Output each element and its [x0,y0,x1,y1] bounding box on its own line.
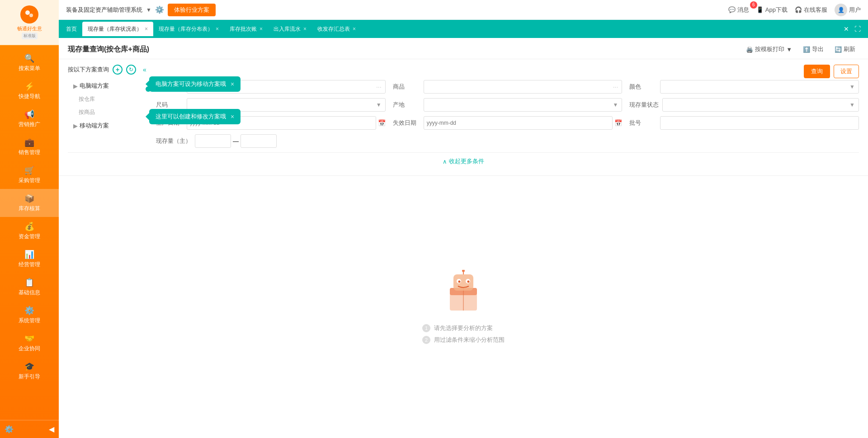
sidebar-item-sales[interactable]: 💼 销售管理 [0,133,59,161]
sales-icon: 💼 [24,137,34,147]
tab-inventory-status[interactable]: 现存量（库存状况表） × [82,22,153,36]
app-download-item[interactable]: 📱 App下载 [756,6,788,14]
empty-step-2: 2 用过滤条件来缩小分析范围 [422,336,505,344]
sidebar-item-operations[interactable]: 📊 经营管理 [0,245,59,273]
user-label: 用户 [849,6,861,14]
tab-inventory-status-close[interactable]: × [145,26,148,32]
filter-label: 按以下方案查询 [68,66,109,74]
sidebar-item-finance[interactable]: 💰 资金管理 [0,217,59,245]
refresh-button[interactable]: 🔄 刷新 [831,43,859,55]
sidebar-item-label-guide: 新手引导 [19,373,40,381]
sidebar-item-guide[interactable]: 🎓 新手引导 [0,357,59,385]
filter-dots-warehouse: ··· [376,83,382,90]
size-dropdown-icon: ▼ [376,102,382,108]
sidebar-item-basics[interactable]: 📋 基础信息 [0,273,59,301]
tab-close-all-icon[interactable]: ✕ [842,24,851,33]
tab-fullscreen-icon[interactable]: ⛶ [853,24,863,33]
tab-inout-flow[interactable]: 出入库流水 × [268,22,312,36]
filter-header: 按以下方案查询 + ↻ « [68,65,859,75]
tab-summary-close[interactable]: × [353,26,356,32]
guide-icon: 🎓 [24,362,34,372]
sidebar-item-enterprise[interactable]: 🤝 企业协同 [0,329,59,357]
production-calendar-icon[interactable]: 📅 [378,119,386,127]
sidebar-item-system[interactable]: ⚙️ 系统管理 [0,301,59,329]
sidebar-item-search[interactable]: 🔍 搜索菜单 [0,49,59,77]
stock-main-to[interactable] [241,134,277,148]
scheme-mobile-arrow: ▶ [73,122,78,129]
online-support-icon: 🎧 [795,6,802,13]
tooltip-close-1[interactable]: × [231,80,234,88]
settings-button[interactable]: 设置 [834,65,859,78]
sidebar-item-nav[interactable]: ⚡ 快捷导航 [0,77,59,105]
sidebar-item-marketing[interactable]: 📢 营销推广 [0,105,59,133]
collapse-bar[interactable]: ∧ 收起更多条件 [68,152,859,170]
tooltip-container-2: 这里可以创建和修改方案哦 × [149,109,241,124]
tab-batch-account[interactable]: 库存批次账 × [224,22,268,36]
filter-area: 按以下方案查询 + ↻ « ▶ 电脑端方案 按仓库 按商品 [59,59,868,176]
scheme-desktop-subitem2[interactable]: 按商品 [73,106,149,119]
batch-input[interactable] [660,116,859,130]
tab-inventory-status-label: 现存量（库存状况表） [88,25,142,33]
user-item[interactable]: 👤 用户 [835,4,861,16]
color-select[interactable]: ▼ [660,80,859,94]
size-label: 尺码 [156,101,183,109]
goods-select[interactable]: ··· [424,80,623,94]
print-button[interactable]: 🖨️ 按模板打印 ▼ [742,43,796,55]
inventory-icon: 📦 [24,193,34,203]
tab-bar-actions: ✕ ⛶ [842,24,866,33]
expiry-date-input[interactable] [424,116,613,130]
operations-icon: 📊 [24,250,34,259]
sidebar: 畅通好生意 标准版 🔍 搜索菜单 ⚡ 快捷导航 📢 营销推广 💼 销售管理 🛒 … [0,0,59,438]
filter-field-color: 颜色 ▼ [629,80,859,94]
sidebar-logo: 畅通好生意 标准版 [0,0,59,45]
export-button[interactable]: ⬆️ 导出 [799,43,827,55]
tab-inout-flow-label: 出入库流水 [274,25,301,33]
system-dropdown-icon[interactable]: ▼ [146,7,151,13]
page-actions: 🖨️ 按模板打印 ▼ ⬆️ 导出 🔄 刷新 [742,43,859,55]
filter-row-2: 尺码 ▼ 产地 ▼ 现存量状态 [156,98,859,112]
tab-inventory-distribution-close[interactable]: × [216,26,219,32]
header-settings-icon[interactable]: ⚙️ [155,5,164,14]
online-support-item[interactable]: 🎧 在线客服 [795,6,827,14]
sidebar-footer: ⚙️ ◀ [0,420,59,438]
settings-footer-icon[interactable]: ⚙️ [5,425,14,433]
page-area: 现存量查询(按仓库+商品) 🖨️ 按模板打印 ▼ ⬆️ 导出 🔄 刷新 [59,38,868,438]
filter-refresh-button[interactable]: ↻ [126,65,136,75]
scheme-panel: ▶ 电脑端方案 按仓库 按商品 ▶ 移动端方案 [68,79,149,132]
expiry-calendar-icon[interactable]: 📅 [614,119,622,127]
export-label: 导出 [812,45,824,53]
stock-main-from[interactable] [195,134,231,148]
origin-dropdown-icon: ▼ [613,102,618,108]
scheme-desktop-item[interactable]: ▶ 电脑端方案 [68,79,149,93]
tab-inventory-distribution[interactable]: 现存量（库存分布表） × [153,22,224,36]
messages-item[interactable]: 💬 消息 6 [728,6,749,14]
logo-text: 畅通好生意 [17,25,42,32]
tooltip-close-2[interactable]: × [231,113,234,120]
stock-status-select[interactable]: ▼ [662,98,859,112]
svg-point-11 [462,270,465,272]
filter-back-button[interactable]: « [140,65,150,75]
origin-select[interactable]: ▼ [424,98,623,112]
query-button[interactable]: 查询 [804,65,830,78]
trial-button[interactable]: 体验行业方案 [168,4,216,16]
tab-batch-account-close[interactable]: × [259,26,263,32]
collapse-sidebar-icon[interactable]: ◀ [49,425,54,433]
tab-summary[interactable]: 收发存汇总表 × [312,22,361,36]
enterprise-icon: 🤝 [24,334,34,344]
svg-point-9 [467,281,470,283]
goods-label: 商品 [393,83,420,91]
collapse-up-icon: ∧ [443,158,447,165]
sidebar-item-label-basics: 基础信息 [19,289,40,297]
stock-main-range: — [195,134,277,148]
scheme-desktop-sublabel: 按仓库 [79,95,95,103]
scheme-mobile-item[interactable]: ▶ 移动端方案 [68,119,149,132]
tab-home[interactable]: 首页 [61,22,82,36]
empty-step-1: 1 请先选择要分析的方案 [422,324,505,332]
scheme-desktop-subitem[interactable]: 按仓库 [73,93,149,106]
empty-state: 1 请先选择要分析的方案 2 用过滤条件来缩小分析范围 [59,176,868,438]
sidebar-item-purchase[interactable]: 🛒 采购管理 [0,161,59,189]
batch-label: 批号 [629,119,656,127]
sidebar-item-inventory[interactable]: 📦 库存核算 [0,189,59,217]
filter-add-button[interactable]: + [113,65,123,75]
tab-inout-flow-close[interactable]: × [303,26,307,32]
